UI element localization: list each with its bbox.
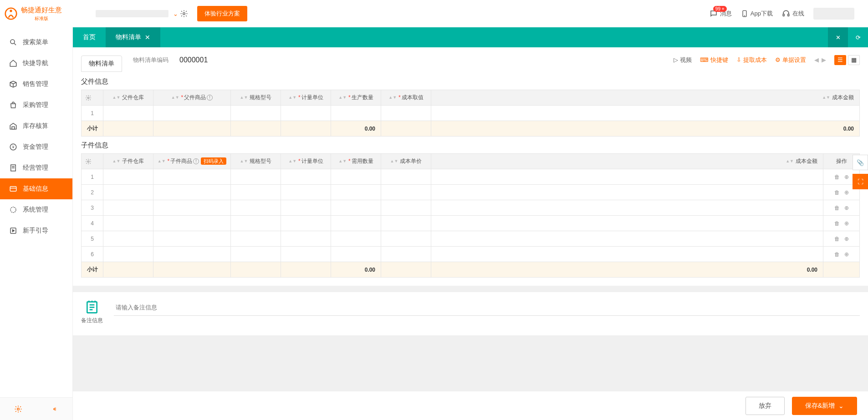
money-icon: ¥ xyxy=(9,143,17,151)
view-list-icon[interactable]: ☰ xyxy=(834,55,846,65)
col-child-unit[interactable]: ▲▼*计量单位 xyxy=(281,154,331,169)
app-download-button[interactable]: App下载 xyxy=(741,10,773,18)
tab-1[interactable]: 物料清单✕ xyxy=(106,27,160,47)
info-icon[interactable]: ! xyxy=(207,95,213,101)
sidebar-item-0[interactable]: 搜索菜单 xyxy=(0,32,72,53)
col-parent-cost-fetch[interactable]: ▲▼*成本取值 xyxy=(381,90,431,106)
guide-icon xyxy=(9,227,17,235)
col-child-unit-cost[interactable]: ▲▼成本单价 xyxy=(381,154,431,169)
app-download-label: App下载 xyxy=(751,10,773,18)
page-tab[interactable]: 物料清单 xyxy=(81,56,122,72)
col-gear[interactable] xyxy=(82,154,103,169)
headset-icon xyxy=(782,10,790,18)
sidebar-item-8[interactable]: 系统管理 xyxy=(0,199,72,220)
video-help-button[interactable]: ▷视频 xyxy=(674,56,692,64)
delete-row-icon[interactable]: 🗑 xyxy=(834,236,840,242)
sidebar-item-label: 资金管理 xyxy=(23,143,48,151)
brand-name: 畅捷通好生意 xyxy=(21,6,62,15)
save-new-button[interactable]: 保存&新增⌄ xyxy=(792,397,857,415)
search-icon xyxy=(9,38,17,46)
delete-row-icon[interactable]: 🗑 xyxy=(834,205,840,211)
col-child-cost-amount[interactable]: ▲▼成本金额 xyxy=(431,154,823,169)
table-row[interactable]: 1 xyxy=(82,106,860,121)
online-support-button[interactable]: 在线 xyxy=(782,10,804,18)
col-child-product[interactable]: ▲▼*子件商品!扫码录入 xyxy=(153,154,231,169)
svg-text:¥: ¥ xyxy=(12,145,15,149)
table-row[interactable]: 4🗑⊕ xyxy=(82,216,860,231)
home-icon xyxy=(9,59,17,67)
info-icon[interactable]: ! xyxy=(193,158,199,164)
sidebar-item-label: 快捷导航 xyxy=(23,59,48,67)
scan-input-tag[interactable]: 扫码录入 xyxy=(201,157,226,165)
table-row[interactable]: 2🗑⊕ xyxy=(82,185,860,200)
delete-row-icon[interactable]: 🗑 xyxy=(834,189,840,196)
user-avatar[interactable] xyxy=(813,8,854,20)
parent-section-title: 父件信息 xyxy=(81,73,860,90)
messages-button[interactable]: 99 + 消息 xyxy=(710,10,732,18)
add-row-icon[interactable]: ⊕ xyxy=(844,174,849,180)
sidebar-item-6[interactable]: 经营管理 xyxy=(0,157,72,178)
col-parent-qty[interactable]: ▲▼*生产数量 xyxy=(331,90,381,106)
table-row[interactable]: 3🗑⊕ xyxy=(82,200,860,216)
delete-row-icon[interactable]: 🗑 xyxy=(834,251,840,258)
table-row[interactable]: 5🗑⊕ xyxy=(82,231,860,247)
shortcut-button[interactable]: ⌨快捷键 xyxy=(700,56,728,64)
col-parent-unit[interactable]: ▲▼*计量单位 xyxy=(281,90,331,106)
add-row-icon[interactable]: ⊕ xyxy=(844,236,849,242)
col-parent-product[interactable]: ▲▼*父件商品! xyxy=(153,90,231,106)
play-icon: ▷ xyxy=(674,56,678,63)
delete-row-icon[interactable]: 🗑 xyxy=(834,174,840,180)
close-all-tabs-icon[interactable]: ✕ xyxy=(828,27,848,47)
sidebar-item-label: 销售管理 xyxy=(23,80,48,88)
col-child-qty[interactable]: ▲▼*需用数量 xyxy=(331,154,381,169)
col-child-warehouse[interactable]: ▲▼子件仓库 xyxy=(103,154,153,169)
sidebar-settings-icon[interactable] xyxy=(14,405,22,413)
sidebar-item-label: 搜索菜单 xyxy=(23,38,48,46)
col-child-spec[interactable]: ▲▼规格型号 xyxy=(231,154,281,169)
table-row[interactable]: 6🗑⊕ xyxy=(82,247,860,262)
view-grid-icon[interactable]: ▦ xyxy=(848,55,860,65)
attachment-icon[interactable]: 📎 xyxy=(853,155,868,170)
svg-point-19 xyxy=(17,408,20,410)
refresh-tab-icon[interactable]: ⟳ xyxy=(848,27,868,47)
col-parent-spec[interactable]: ▲▼规格型号 xyxy=(231,90,281,106)
next-record-icon[interactable]: ▶ xyxy=(822,56,826,63)
org-selector[interactable]: ⌄ xyxy=(96,10,178,17)
prev-record-icon[interactable]: ◀ xyxy=(814,56,819,63)
logo: 畅捷通好生意 标准版 xyxy=(5,6,77,22)
remarks-input[interactable] xyxy=(114,299,860,316)
child-subtotal-amount: 0.00 xyxy=(431,262,823,278)
chevron-down-icon: ⌄ xyxy=(173,10,178,17)
col-parent-cost-amount[interactable]: ▲▼成本金额 xyxy=(431,90,860,106)
doc-settings-button[interactable]: ⚙单据设置 xyxy=(775,56,806,64)
parent-subtotal-label: 小计 xyxy=(82,121,103,137)
sidebar-item-9[interactable]: 新手引导 xyxy=(0,220,72,241)
sidebar-item-3[interactable]: 采购管理 xyxy=(0,95,72,116)
action-bar: 放弃 保存&新增⌄ xyxy=(73,391,868,420)
discard-button[interactable]: 放弃 xyxy=(745,397,785,415)
remarks-label: 备注信息 xyxy=(81,317,103,324)
extract-cost-button[interactable]: ⇩提取成本 xyxy=(736,56,767,64)
sidebar-item-5[interactable]: ¥资金管理 xyxy=(0,137,72,157)
expand-icon[interactable]: ⛶ xyxy=(853,174,868,189)
sidebar-item-7[interactable]: 基础信息 xyxy=(0,178,72,199)
col-gear[interactable] xyxy=(82,90,103,106)
sidebar-item-2[interactable]: 销售管理 xyxy=(0,74,72,95)
parent-subtotal-qty: 0.00 xyxy=(331,121,381,137)
org-settings-icon[interactable] xyxy=(178,8,190,20)
add-row-icon[interactable]: ⊕ xyxy=(844,251,849,258)
sidebar-item-1[interactable]: 快捷导航 xyxy=(0,53,72,74)
close-icon[interactable]: ✕ xyxy=(145,34,150,41)
promo-button[interactable]: 体验行业方案 xyxy=(197,6,247,21)
table-row[interactable]: 1🗑⊕ xyxy=(82,169,860,185)
add-row-icon[interactable]: ⊕ xyxy=(844,220,849,227)
doc-code-value: 0000001 xyxy=(179,56,208,64)
col-parent-warehouse[interactable]: ▲▼父件仓库 xyxy=(103,90,153,106)
add-row-icon[interactable]: ⊕ xyxy=(844,189,849,196)
tab-0[interactable]: 首页 xyxy=(73,27,106,47)
sidebar-item-4[interactable]: 库存核算 xyxy=(0,116,72,137)
sidebar-collapse-icon[interactable] xyxy=(50,406,58,412)
add-row-icon[interactable]: ⊕ xyxy=(844,205,849,211)
top-header: 畅捷通好生意 标准版 ⌄ 体验行业方案 99 + 消息 App下载 在线 xyxy=(0,0,868,27)
delete-row-icon[interactable]: 🗑 xyxy=(834,220,840,227)
